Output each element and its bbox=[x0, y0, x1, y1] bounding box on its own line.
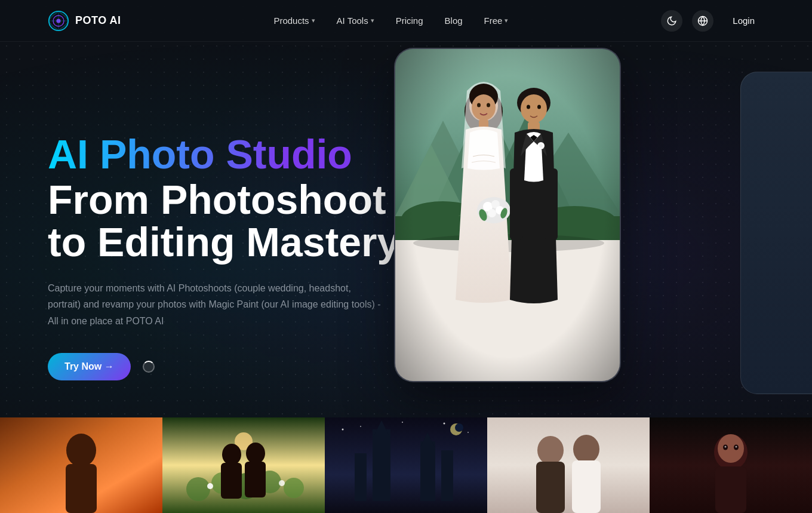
logo-icon bbox=[48, 10, 69, 32]
hero-description: Capture your moments with AI Photoshoots… bbox=[48, 280, 382, 329]
wedding-photo bbox=[395, 49, 621, 382]
hero-title-gradient: AI Photo Studio bbox=[48, 133, 442, 176]
hero-section: AI Photo Studio From Photoshoot to Editi… bbox=[0, 42, 812, 472]
svg-point-71 bbox=[467, 432, 469, 433]
language-button[interactable] bbox=[692, 10, 713, 32]
hero-cta-row: Try Now → bbox=[48, 353, 442, 380]
svg-rect-59 bbox=[221, 463, 242, 499]
moon-icon bbox=[666, 16, 677, 26]
svg-point-69 bbox=[360, 426, 361, 427]
free-chevron-icon: ▾ bbox=[505, 17, 508, 24]
nav-center: Products ▾ AI Tools ▾ Pricing Blog Free … bbox=[265, 11, 516, 30]
try-now-button[interactable]: Try Now → bbox=[48, 353, 131, 380]
svg-point-57 bbox=[222, 444, 241, 465]
bottom-thumbnails-strip bbox=[0, 417, 812, 513]
nav-blog[interactable]: Blog bbox=[436, 11, 471, 30]
hero-title-line2: From Photoshoot bbox=[48, 179, 442, 221]
svg-rect-78 bbox=[536, 462, 565, 513]
loading-spinner bbox=[143, 361, 155, 373]
logo-text: POTO AI bbox=[75, 14, 121, 27]
svg-point-76 bbox=[537, 436, 564, 465]
svg-rect-61 bbox=[325, 417, 487, 513]
svg-rect-64 bbox=[420, 441, 435, 501]
logo-link[interactable]: POTO AI bbox=[48, 10, 121, 32]
navbar: POTO AI Products ▾ AI Tools ▾ Pricing Bl… bbox=[0, 0, 812, 42]
svg-rect-79 bbox=[572, 460, 601, 513]
svg-rect-60 bbox=[245, 462, 266, 497]
svg-point-70 bbox=[444, 423, 445, 425]
svg-rect-67 bbox=[441, 450, 453, 501]
svg-point-85 bbox=[725, 446, 727, 448]
svg-point-82 bbox=[718, 434, 744, 463]
svg-point-74 bbox=[455, 423, 463, 432]
svg-point-68 bbox=[342, 429, 344, 431]
thumbnail-5[interactable] bbox=[650, 417, 812, 513]
thumbnail-2[interactable] bbox=[162, 417, 325, 513]
svg-rect-62 bbox=[373, 429, 390, 501]
thumbnail-2-image bbox=[162, 417, 325, 513]
svg-point-53 bbox=[207, 483, 213, 489]
nav-products[interactable]: Products ▾ bbox=[265, 11, 323, 30]
thumbnail-5-image bbox=[650, 417, 812, 513]
svg-rect-87 bbox=[715, 466, 746, 513]
svg-point-48 bbox=[186, 477, 210, 501]
svg-rect-66 bbox=[355, 453, 367, 501]
svg-rect-45 bbox=[66, 464, 97, 513]
thumbnail-4-image bbox=[487, 417, 650, 513]
phone-back-frame bbox=[740, 72, 812, 394]
nav-pricing[interactable]: Pricing bbox=[387, 11, 432, 30]
hero-right-mockup bbox=[394, 48, 812, 466]
thumbnail-4[interactable] bbox=[487, 417, 650, 513]
svg-point-56 bbox=[279, 480, 285, 486]
hero-left-content: AI Photo Studio From Photoshoot to Editi… bbox=[48, 133, 442, 380]
svg-rect-42 bbox=[395, 49, 621, 382]
ai-tools-chevron-icon: ▾ bbox=[371, 17, 374, 24]
nav-ai-tools[interactable]: AI Tools ▾ bbox=[328, 11, 383, 30]
nav-right: Login bbox=[661, 10, 764, 32]
login-button[interactable]: Login bbox=[723, 11, 764, 30]
phone-main-frame bbox=[394, 48, 621, 382]
hero-title-line3: to Editing Mastery bbox=[48, 221, 442, 263]
svg-point-58 bbox=[246, 443, 265, 464]
svg-rect-75 bbox=[487, 417, 650, 513]
nav-free[interactable]: Free ▾ bbox=[476, 11, 517, 30]
thumbnail-3-image bbox=[325, 417, 487, 513]
products-chevron-icon: ▾ bbox=[312, 17, 315, 24]
thumbnail-1-image bbox=[0, 417, 162, 513]
globe-icon bbox=[697, 16, 708, 26]
dark-mode-button[interactable] bbox=[661, 10, 682, 32]
thumbnail-1[interactable] bbox=[0, 417, 162, 513]
thumbnail-3[interactable] bbox=[325, 417, 487, 513]
svg-point-77 bbox=[573, 435, 599, 463]
svg-point-86 bbox=[736, 446, 737, 448]
svg-point-52 bbox=[284, 478, 304, 498]
svg-point-44 bbox=[66, 434, 96, 467]
svg-point-72 bbox=[402, 422, 403, 423]
